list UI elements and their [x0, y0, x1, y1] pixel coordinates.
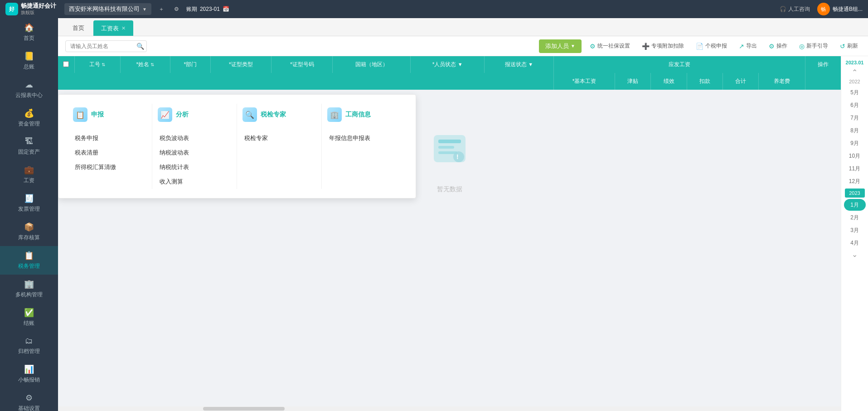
dropdown-item-tax-declare[interactable]: 税务申报: [73, 131, 146, 145]
dropdown-item-tax-stat[interactable]: 纳税统计表: [158, 160, 231, 174]
sidebar-item-ledger[interactable]: 📒总账: [0, 47, 58, 75]
sidebar-item-invoice[interactable]: 🧾发票管理: [0, 189, 58, 218]
headset-icon: 🎧: [780, 6, 786, 12]
sidebar-label-fixed-assets: 固定资产: [18, 148, 40, 156]
company-selector[interactable]: 西安虾米网络科技有限公司 ▼: [64, 3, 151, 15]
logo-text-block: 畅捷通好会计 旗舰版: [21, 2, 56, 16]
filter-icon-status[interactable]: ▼: [458, 62, 463, 67]
sidebar-label-archive: 归档管理: [18, 348, 40, 355]
sidebar-label-cloud-report: 云报表中心: [15, 92, 43, 99]
sidebar-item-archive[interactable]: 🗂归档管理: [0, 332, 58, 360]
sidebar-item-payroll[interactable]: 💼工资: [0, 160, 58, 189]
cal-period-label: 2023.01: [845, 58, 865, 67]
app-logo-icon: 好: [5, 3, 18, 15]
cal-nav-down[interactable]: ⌄: [847, 249, 863, 259]
cal-month-prev-11月[interactable]: 11月: [844, 163, 866, 174]
cal-month-cur-1月[interactable]: 1月: [844, 199, 866, 211]
horizontal-scrollbar[interactable]: [58, 406, 841, 411]
svg-point-4: [453, 151, 464, 162]
th-status: *人员状态 ▼: [411, 56, 484, 73]
sidebar-item-home[interactable]: 🏠首页: [0, 18, 58, 47]
sidebar-item-cloud-report[interactable]: ☁云报表中心: [0, 75, 58, 104]
app-name: 畅捷通好会计: [21, 2, 56, 10]
sidebar-item-fund[interactable]: 💰资金管理: [0, 104, 58, 132]
dropdown-item-tax-burden[interactable]: 税负波动表: [158, 131, 231, 145]
sidebar-icon-inventory: 📦: [24, 222, 34, 232]
action-btn-special-deduction[interactable]: ➕专项附加扣除: [639, 40, 687, 52]
action-btn-operation[interactable]: ⚙操作: [766, 40, 790, 52]
action-btn-refresh[interactable]: ↺刷新: [837, 40, 861, 52]
action-btn-tax-return[interactable]: 📄个税申报: [693, 40, 730, 52]
scrollbar-thumb[interactable]: [203, 407, 285, 411]
sidebar-item-settlement[interactable]: ✅结账: [0, 303, 58, 332]
cal-month-prev-6月[interactable]: 6月: [844, 99, 866, 111]
sidebar-item-multi-org[interactable]: 🏢多机构管理: [0, 275, 58, 303]
tab-home[interactable]: 首页: [65, 20, 92, 36]
sidebar-label-inventory: 库存核算: [18, 234, 40, 242]
dropdown-cat-tax-expert: 🔍 税检专家: [242, 104, 316, 127]
sort-icon-emp-id[interactable]: ⇅: [102, 62, 105, 67]
cat-icon-analysis: 📈: [158, 107, 172, 122]
tab-close-payroll-table[interactable]: ✕: [121, 25, 126, 31]
dropdown-item-annual-report[interactable]: 年报信息申报表: [327, 131, 401, 145]
table-header-row: 工号 ⇅ *姓名 ⇅ *部门 *证型类型 *证型号码 国籍（地区）: [58, 56, 841, 73]
th-name-label: *姓名: [136, 61, 149, 68]
tab-label-payroll-table: 工资表: [101, 24, 119, 33]
sidebar-icon-tax: 📋: [24, 251, 34, 261]
select-all-checkbox[interactable]: [63, 61, 69, 67]
cal-month-prev-10月[interactable]: 10月: [844, 150, 866, 162]
dropdown-item-income-settle[interactable]: 所得税汇算清缴: [73, 160, 146, 174]
th-total: 合计: [723, 73, 759, 90]
sidebar-item-mini-report[interactable]: 📊小畅报销: [0, 360, 58, 388]
action-icon-special-deduction: ➕: [642, 43, 650, 50]
dropdown-item-tax-payment[interactable]: 纳税波动表: [158, 145, 231, 160]
sidebar-icon-fund: 💰: [24, 108, 34, 118]
add-company-btn[interactable]: ＋: [156, 5, 167, 14]
sidebar-icon-payroll: 💼: [24, 165, 34, 175]
sidebar-label-fund: 资金管理: [18, 120, 40, 128]
cal-month-prev-9月[interactable]: 9月: [844, 137, 866, 149]
th-checkbox[interactable]: [58, 56, 74, 73]
action-btn-guide[interactable]: ◎新手引导: [796, 40, 831, 52]
cal-nav-up[interactable]: ⌃: [847, 67, 863, 77]
cal-month-prev-5月[interactable]: 5月: [844, 87, 866, 98]
sidebar-item-basic[interactable]: ⚙基础设置: [0, 388, 58, 411]
sort-icon-name[interactable]: ⇅: [150, 62, 154, 67]
dropdown-item-tax-clearance[interactable]: 税表清册: [73, 145, 146, 160]
svg-text:!: !: [456, 153, 459, 160]
user-profile[interactable]: 畅 畅捷通B组...: [817, 3, 863, 15]
settings-btn[interactable]: ⚙: [171, 5, 182, 13]
action-btn-social-security[interactable]: ⚙统一社保设置: [587, 40, 633, 52]
cal-month-cur-4月[interactable]: 4月: [844, 237, 866, 249]
cal-month-cur-2月[interactable]: 2月: [844, 212, 866, 223]
th-name: *姓名 ⇅: [120, 56, 170, 73]
action-label-special-deduction: 专项附加扣除: [651, 42, 684, 50]
cal-month-prev-8月[interactable]: 8月: [844, 125, 866, 136]
action-label-guide: 新手引导: [806, 42, 828, 50]
action-label-refresh: 刷新: [847, 42, 858, 50]
sidebar-label-mini-report: 小畅报销: [18, 376, 40, 384]
filter-icon-report[interactable]: ▼: [528, 62, 533, 67]
dropdown-col-business: 🏢 工商信息 年报信息申报表: [322, 104, 407, 189]
dropdown-item-income-query[interactable]: 收入测算: [158, 174, 231, 189]
dropdown-col-declaration: 📋 申报 税务申报税表清册所得税汇算清缴: [68, 104, 152, 189]
action-icon-social-security: ⚙: [590, 43, 596, 50]
sidebar-item-fixed-assets[interactable]: 🏗固定资产: [0, 132, 58, 160]
sidebar-icon-basic: ⚙: [25, 393, 33, 403]
sidebar-item-tax[interactable]: 📋税务管理: [0, 246, 58, 275]
calendar-icon[interactable]: 📅: [223, 6, 229, 12]
sidebar-label-invoice: 发票管理: [18, 205, 40, 213]
sidebar-icon-fixed-assets: 🏗: [25, 137, 33, 146]
sidebar-item-inventory[interactable]: 📦库存核算: [0, 218, 58, 246]
tab-payroll-table[interactable]: 工资表✕: [93, 20, 133, 36]
cal-month-cur-3月[interactable]: 3月: [844, 224, 866, 236]
user-service-btn[interactable]: 🎧 人工咨询: [780, 5, 810, 13]
action-icon-operation: ⚙: [769, 43, 775, 50]
action-btn-export[interactable]: ↗导出: [736, 40, 760, 52]
add-person-button[interactable]: 添加人员 ▼: [539, 39, 582, 53]
cal-month-prev-12月[interactable]: 12月: [844, 175, 866, 187]
dropdown-item-expert[interactable]: 税检专家: [242, 131, 316, 145]
sidebar-label-multi-org: 多机构管理: [15, 291, 43, 299]
cal-month-prev-7月[interactable]: 7月: [844, 112, 866, 124]
search-input[interactable]: [70, 43, 134, 49]
